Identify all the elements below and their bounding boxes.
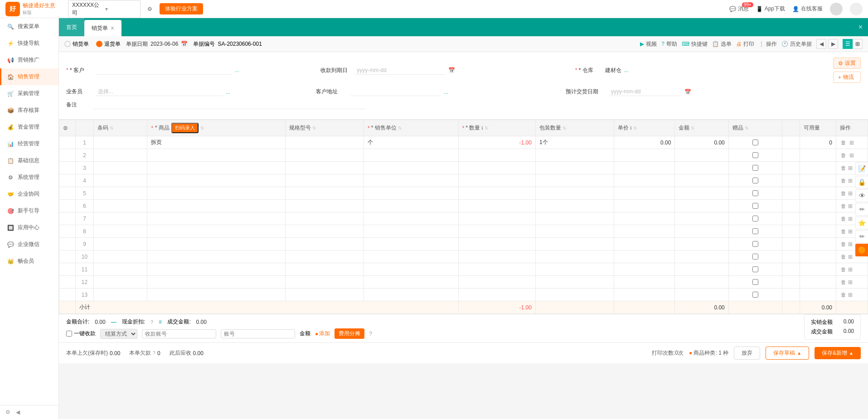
copy-row-btn-3[interactable]: ⊞: [848, 165, 853, 171]
due-date-input[interactable]: [355, 66, 446, 75]
tab-close-icon[interactable]: ×: [111, 24, 114, 32]
delete-row-btn-10[interactable]: 🗑: [841, 254, 846, 260]
product-type-radio[interactable]: ●: [689, 350, 692, 356]
account-input[interactable]: [142, 329, 216, 338]
delete-row-btn-1[interactable]: 🗑: [841, 140, 846, 146]
sidebar-item-enterprise[interactable]: 🤝 企业协同: [0, 186, 58, 202]
radio-return[interactable]: 退货单: [96, 40, 121, 48]
abandon-button[interactable]: 放弃: [734, 347, 760, 360]
table-wrapper[interactable]: ⚙ 条码 ⇅: [59, 120, 868, 314]
copy-row-btn-12[interactable]: ⊞: [848, 279, 853, 285]
select-btn[interactable]: 📋 选单: [712, 40, 732, 48]
credit-info-icon[interactable]: ?: [153, 351, 155, 356]
sidebar-item-search[interactable]: 🔍 搜索菜单: [0, 18, 58, 35]
row-unit-2[interactable]: [364, 149, 458, 162]
row-spec-1[interactable]: [285, 136, 364, 149]
app-download-button[interactable]: 📱 App下载: [756, 5, 785, 13]
sidebar-item-quick-nav[interactable]: ⚡ 快捷导航: [0, 35, 58, 52]
sidebar-item-basic[interactable]: 📋 基础信息: [0, 152, 58, 169]
address-dots-button[interactable]: ...: [444, 89, 448, 95]
gift-checkbox-3[interactable]: [752, 165, 758, 171]
due-date-calendar-icon[interactable]: 📅: [448, 67, 455, 73]
row-unit-1[interactable]: 个: [364, 136, 458, 149]
prev-btn[interactable]: ◀: [816, 39, 826, 49]
copy-row-btn-5[interactable]: ⊞: [848, 190, 853, 197]
tab-home[interactable]: 首页: [59, 18, 84, 36]
close-all-tabs-button[interactable]: ×: [858, 23, 863, 31]
row-amount-2[interactable]: [675, 149, 728, 162]
copy-row-btn-9[interactable]: ⊞: [848, 241, 853, 247]
gift-checkbox-1[interactable]: [752, 140, 758, 145]
sidebar-item-member[interactable]: 👑 畅会员: [0, 253, 58, 270]
sidebar-item-purchase[interactable]: 🛒 采购管理: [0, 85, 58, 102]
warehouse-dots-button[interactable]: ...: [624, 67, 629, 73]
online-service-button[interactable]: 👤 在线客服: [792, 5, 823, 13]
gift-checkbox-6[interactable]: [752, 203, 758, 209]
row-barcode-1[interactable]: [94, 136, 147, 149]
grid-view-btn[interactable]: ⊞: [853, 39, 863, 49]
row-qty-2[interactable]: [458, 149, 535, 162]
sidebar-item-finance[interactable]: 💰 资金管理: [0, 119, 58, 135]
delete-row-btn-5[interactable]: 🗑: [841, 190, 846, 197]
tab-sales-order[interactable]: 销货单 ×: [84, 20, 121, 36]
scan-button[interactable]: 扫码录入: [171, 123, 199, 133]
delete-row-btn-9[interactable]: 🗑: [841, 241, 846, 247]
row-qty-1[interactable]: -1.00: [458, 136, 535, 149]
sidebar-item-wechat[interactable]: 💬 企业微信: [0, 236, 58, 253]
doc-num-value[interactable]: SA-20230606-001: [218, 41, 262, 47]
settings-action-btn[interactable]: ⚙ 设置: [833, 58, 861, 69]
salesperson-dots-button[interactable]: ...: [226, 89, 230, 95]
copy-row-btn-2[interactable]: ⊞: [849, 152, 854, 159]
row-pkg-1[interactable]: 1个: [535, 136, 614, 149]
copy-row-btn-11[interactable]: ⊞: [848, 266, 853, 273]
row-barcode-2[interactable]: [94, 149, 147, 162]
row-pkg-2[interactable]: [535, 149, 614, 162]
delete-row-btn-11[interactable]: 🗑: [841, 266, 846, 273]
price-info-icon[interactable]: ℹ: [630, 125, 632, 130]
video-btn[interactable]: ▶ 视频: [640, 40, 657, 48]
gift-checkbox-5[interactable]: [752, 190, 758, 196]
customer-input[interactable]: [96, 66, 232, 75]
row-amount-1[interactable]: 0.00: [675, 136, 728, 149]
company-selector[interactable]: XXXXXX公司 ▾: [68, 0, 141, 18]
sidebar-settings-button[interactable]: ⚙: [5, 409, 10, 415]
delete-row-btn-4[interactable]: 🗑: [841, 178, 846, 184]
next-btn[interactable]: ▶: [828, 39, 838, 49]
copy-row-btn-1[interactable]: ⊞: [849, 140, 854, 146]
notes-input[interactable]: [93, 101, 365, 109]
right-float-star-btn[interactable]: ⭐: [855, 217, 868, 229]
copy-row-btn-13[interactable]: ⊞: [848, 292, 853, 298]
save-draft-button[interactable]: 保存草稿 ▲: [766, 347, 809, 360]
radio-sales[interactable]: 销货单: [64, 40, 89, 48]
sidebar-item-inventory[interactable]: 📦 库存核算: [0, 102, 58, 119]
user-avatar-2[interactable]: [850, 3, 863, 15]
row-price-2[interactable]: [614, 149, 674, 162]
delete-row-btn-2[interactable]: 🗑: [841, 152, 846, 159]
customer-address-input[interactable]: [350, 87, 441, 96]
sidebar-collapse-button[interactable]: ◀: [16, 409, 20, 415]
row-product-1[interactable]: 拆页: [147, 136, 285, 149]
payment-checkbox[interactable]: 一键收款: [66, 330, 96, 337]
right-float-orange-btn[interactable]: 🟠: [855, 244, 868, 256]
expense-btn[interactable]: 费用分摊: [335, 328, 364, 339]
sidebar-item-system[interactable]: ⚙ 系统管理: [0, 169, 58, 186]
salesperson-input[interactable]: [96, 87, 223, 96]
col-settings-icon[interactable]: ⚙: [63, 125, 68, 131]
gift-checkbox-8[interactable]: [752, 228, 758, 234]
copy-row-btn-4[interactable]: ⊞: [848, 178, 853, 184]
gift-checkbox-9[interactable]: [752, 241, 758, 247]
row-gift-1[interactable]: [728, 136, 782, 149]
row-spec-2[interactable]: [285, 149, 364, 162]
one-click-payment-checkbox[interactable]: [66, 331, 72, 337]
delete-row-btn-8[interactable]: 🗑: [841, 228, 846, 235]
th-settings[interactable]: ⚙: [59, 120, 76, 136]
save-new-button[interactable]: 保存&新增 ▲: [815, 347, 861, 359]
copy-row-btn-8[interactable]: ⊞: [848, 228, 853, 235]
right-float-edit-btn[interactable]: ✏: [855, 203, 868, 216]
shortcuts-btn[interactable]: ⌨ 快捷键: [682, 40, 708, 48]
list-view-btn[interactable]: ☰: [843, 39, 853, 49]
copy-row-btn-6[interactable]: ⊞: [848, 203, 853, 209]
qty-info-icon[interactable]: ℹ: [481, 125, 483, 130]
account-num-input[interactable]: [221, 329, 295, 338]
customer-dots-button[interactable]: ...: [235, 67, 239, 73]
